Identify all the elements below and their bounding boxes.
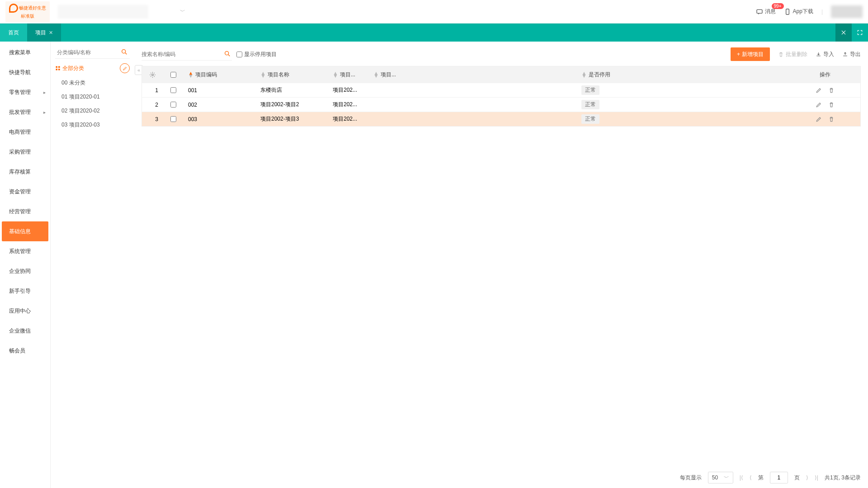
trash-icon <box>828 116 835 122</box>
sidebar-item[interactable]: 企业协同 <box>0 261 50 281</box>
messages-label: 消息 <box>765 8 776 15</box>
category-search <box>55 46 130 59</box>
search-icon[interactable] <box>224 50 231 57</box>
edit-row-button[interactable] <box>816 102 822 108</box>
svg-rect-5 <box>56 69 58 70</box>
delete-row-button[interactable] <box>828 87 835 94</box>
sidebar-item[interactable]: 经营管理 <box>0 202 50 221</box>
cell-code: 002 <box>184 98 256 112</box>
plus-icon: + <box>737 51 740 57</box>
sidebar-item[interactable]: 系统管理 <box>0 241 50 261</box>
table-row[interactable]: 1001东楼街店项目202...正常 <box>142 83 860 97</box>
tab-project[interactable]: 项目 ✕ <box>27 23 61 42</box>
cell-cat2 <box>369 98 577 112</box>
new-project-button[interactable]: + 新增项目 <box>731 47 770 61</box>
category-search-input[interactable] <box>55 46 130 59</box>
sidebar-item[interactable]: 新手引导 <box>0 281 50 301</box>
app-download-label: App下载 <box>793 8 813 15</box>
sidebar-item[interactable]: 应用中心 <box>0 301 50 321</box>
tab-strip: 首页 项目 ✕ <box>0 23 868 42</box>
next-page-button[interactable]: ⟩ <box>806 474 808 481</box>
sidebar-item[interactable]: 库存核算 <box>0 162 50 182</box>
table-row[interactable]: 2002项目2002-项目2项目202...正常 <box>142 97 860 112</box>
delete-row-button[interactable] <box>828 116 835 122</box>
per-page-select[interactable]: 50 ﹀ <box>708 472 733 483</box>
table-header: 项目编码 项目名称 项目... 项目... 是否停用 操作 <box>142 66 860 83</box>
col-disabled[interactable]: 是否停用 <box>577 66 789 83</box>
chevron-down-icon: ﹀ <box>724 474 729 482</box>
edit-row-button[interactable] <box>816 87 822 94</box>
svg-point-8 <box>151 74 153 75</box>
category-panel: 全部分类 « 00 未分类01 项目2020-0102 项目2020-0203 … <box>51 42 134 488</box>
first-page-button[interactable]: |⟨ <box>740 474 743 481</box>
select-all-checkbox[interactable] <box>170 72 176 78</box>
svg-rect-3 <box>56 66 58 68</box>
table-search-input[interactable] <box>142 48 232 61</box>
gear-icon <box>149 71 156 78</box>
show-disabled-checkbox[interactable]: 显示停用项目 <box>236 51 277 58</box>
category-all[interactable]: 全部分类 <box>55 63 130 73</box>
delete-row-button[interactable] <box>828 102 835 108</box>
messages-button[interactable]: 消息 <box>756 8 776 15</box>
top-header: 畅捷通好生意 标准版 ﹀ 消息 App下载 | <box>0 0 868 23</box>
cell-cat2 <box>369 83 577 97</box>
gear-column[interactable] <box>142 66 163 83</box>
brand-logo: 畅捷通好生意 标准版 <box>5 1 50 22</box>
pagination: 每页显示 50 ﹀ |⟨ ⟨ 第 页 ⟩ ⟩| 共1页, 3条记录 <box>680 472 861 483</box>
project-table: 项目编码 项目名称 项目... 项目... 是否停用 操作 1001东楼街店项目… <box>142 66 861 127</box>
col-code[interactable]: 项目编码 <box>184 66 256 83</box>
tab-home[interactable]: 首页 <box>0 23 27 42</box>
sidebar-item[interactable]: 采购管理 <box>0 142 50 162</box>
export-button[interactable]: 导出 <box>842 51 861 58</box>
sidebar-item[interactable]: 电商管理 <box>0 122 50 142</box>
batch-delete-button: 批量删除 <box>778 51 807 58</box>
sidebar-item[interactable]: 畅会员 <box>0 341 50 361</box>
page-summary: 共1页, 3条记录 <box>825 474 861 482</box>
x-icon <box>840 29 847 36</box>
fullscreen-button[interactable] <box>852 23 868 42</box>
svg-rect-0 <box>757 9 762 13</box>
sidebar-item[interactable]: 企业微信 <box>0 321 50 341</box>
side-nav: 搜索菜单快捷导航零售管理▸批发管理▸电商管理采购管理库存核算资金管理经营管理基础… <box>0 42 51 488</box>
category-item[interactable]: 00 未分类 <box>55 76 130 90</box>
search-icon[interactable] <box>121 48 128 56</box>
app-download-button[interactable]: App下载 <box>784 8 813 15</box>
category-item[interactable]: 03 项目2020-03 <box>55 118 130 132</box>
pencil-icon <box>816 116 822 122</box>
table-row[interactable]: 3003项目2002-项目3项目202...正常 <box>142 112 860 126</box>
category-item[interactable]: 01 项目2020-01 <box>55 90 130 104</box>
svg-rect-1 <box>786 9 789 14</box>
edit-row-button[interactable] <box>816 116 822 122</box>
pencil-icon <box>816 102 822 108</box>
last-page-button[interactable]: ⟩| <box>815 474 818 481</box>
row-checkbox[interactable] <box>170 102 176 108</box>
sidebar-item[interactable]: 搜索菜单 <box>0 42 50 62</box>
user-avatar[interactable] <box>831 5 863 18</box>
import-button[interactable]: 导入 <box>816 51 834 58</box>
edit-category-button[interactable] <box>120 63 130 73</box>
close-icon[interactable]: ✕ <box>49 30 53 36</box>
pencil-icon <box>123 66 127 71</box>
sidebar-item[interactable]: 批发管理▸ <box>0 102 50 122</box>
row-checkbox[interactable] <box>170 116 176 122</box>
svg-rect-4 <box>58 66 60 68</box>
trash-icon <box>828 102 835 108</box>
sidebar-item[interactable]: 快捷导航 <box>0 62 50 82</box>
chat-icon <box>756 8 763 15</box>
grid-icon <box>55 66 61 71</box>
sidebar-item[interactable]: 零售管理▸ <box>0 82 50 102</box>
row-checkbox[interactable] <box>170 87 176 93</box>
chevron-down-icon[interactable]: ﹀ <box>180 8 185 15</box>
sidebar-item[interactable]: 资金管理 <box>0 182 50 202</box>
col-name[interactable]: 项目名称 <box>256 66 328 83</box>
col-category[interactable]: 项目... <box>328 66 369 83</box>
prev-page-button[interactable]: ⟨ <box>750 474 752 481</box>
page-input[interactable] <box>770 472 788 483</box>
company-selector[interactable] <box>58 5 148 19</box>
category-item[interactable]: 02 项目2020-02 <box>55 104 130 118</box>
trash-icon <box>828 87 835 94</box>
sidebar-item[interactable]: 基础信息 <box>2 221 48 241</box>
cell-code: 003 <box>184 112 256 126</box>
col-category2[interactable]: 项目... <box>369 66 577 83</box>
tab-close-button[interactable] <box>835 23 852 42</box>
